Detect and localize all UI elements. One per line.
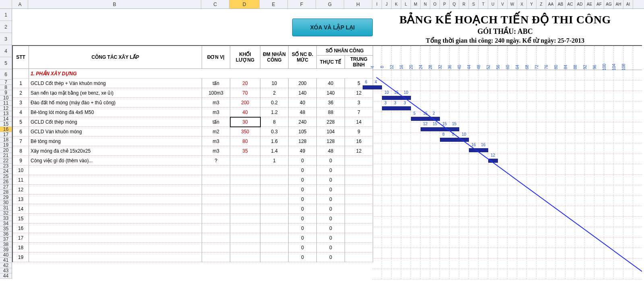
cell[interactable]: 0 — [317, 185, 345, 195]
cell[interactable] — [260, 204, 289, 214]
cell[interactable]: 49 — [289, 146, 317, 156]
cell[interactable]: 70 — [230, 88, 260, 98]
col-header-Y[interactable]: Y — [527, 0, 537, 8]
col-header-Z[interactable]: Z — [537, 0, 546, 8]
cell[interactable] — [230, 166, 260, 175]
col-header-H[interactable]: H — [344, 0, 372, 8]
cell[interactable]: 48 — [289, 108, 317, 117]
cell[interactable] — [202, 175, 230, 185]
cell[interactable] — [345, 175, 373, 185]
cell[interactable]: 5 — [13, 117, 29, 127]
cell[interactable] — [230, 233, 260, 243]
col-header-AE[interactable]: AE — [585, 0, 594, 8]
cell[interactable]: GCLD Ván khuôn móng — [29, 127, 202, 137]
cell[interactable]: 10 — [13, 166, 29, 175]
cell[interactable]: San nền tạo mặt bằng (xe benz, xe ủi) — [29, 88, 202, 98]
gantt-bar[interactable] — [382, 106, 411, 110]
cell[interactable] — [29, 224, 202, 233]
cell[interactable]: 12 — [345, 146, 373, 156]
row-header-6[interactable]: 6 — [0, 69, 12, 80]
col-header-K[interactable]: K — [392, 0, 401, 8]
cell[interactable]: 9 — [345, 127, 373, 137]
cell[interactable]: 1.4 — [260, 146, 289, 156]
cell[interactable]: 2 — [13, 88, 29, 98]
cell[interactable] — [230, 243, 260, 253]
col-header-V[interactable]: V — [498, 0, 508, 8]
schedule-table[interactable]: STTCÔNG TÁC XÂY LẤPĐƠN VỊKHỐI LƯỢNGĐM NH… — [12, 45, 373, 262]
cell[interactable] — [345, 166, 373, 175]
col-header-I[interactable]: I — [372, 0, 382, 8]
cell[interactable]: Bê tông móng — [29, 137, 202, 146]
cell[interactable]: 30 — [230, 117, 260, 127]
cell[interactable] — [202, 214, 230, 224]
cell[interactable]: 40 — [230, 108, 260, 117]
cell[interactable]: 140 — [317, 88, 345, 98]
col-header-Q[interactable]: Q — [450, 0, 459, 8]
cell[interactable]: 7 — [13, 137, 29, 146]
cell[interactable]: 9 — [13, 156, 29, 166]
cell[interactable]: 12 — [345, 88, 373, 98]
reset-button[interactable]: XÓA VÀ LẬP LẠI — [292, 19, 373, 36]
cell[interactable]: 3 — [345, 98, 373, 108]
cell[interactable]: 140 — [289, 88, 317, 98]
cell[interactable] — [29, 166, 202, 175]
cell[interactable]: 4 — [13, 108, 29, 117]
cell[interactable] — [260, 243, 289, 253]
cell[interactable]: 240 — [289, 117, 317, 127]
col-header-AC[interactable]: AC — [566, 0, 575, 8]
cell[interactable]: 0 — [289, 224, 317, 233]
col-header-P[interactable]: P — [440, 0, 450, 8]
cell[interactable]: 80 — [230, 137, 260, 146]
cell[interactable]: GCLD Cốt thép + Ván khuôn móng — [29, 79, 202, 88]
cell[interactable] — [345, 224, 373, 233]
cell[interactable]: GCLD Cốt thép móng — [29, 117, 202, 127]
cell[interactable]: 14 — [345, 117, 373, 127]
cell[interactable]: 0 — [317, 224, 345, 233]
cell[interactable] — [260, 233, 289, 243]
col-header-AH[interactable]: AH — [614, 0, 623, 8]
cell[interactable]: 10 — [260, 79, 289, 88]
cell[interactable]: 0.2 — [260, 98, 289, 108]
col-header-W[interactable]: W — [508, 0, 517, 8]
col-header-A[interactable]: A — [12, 0, 28, 8]
col-header-corner[interactable] — [0, 0, 12, 8]
column-header-row[interactable]: ABCDEFGHIJKLMNOPQRSTUVWXYZAAABACADAEAFAG… — [0, 0, 644, 9]
cell[interactable]: 36 — [317, 98, 345, 108]
cell[interactable]: 7 — [345, 108, 373, 117]
col-header-AA[interactable]: AA — [546, 0, 556, 8]
gantt-bar[interactable] — [411, 117, 440, 121]
cell[interactable]: 15 — [13, 214, 29, 224]
cell[interactable] — [260, 224, 289, 233]
cell[interactable] — [345, 195, 373, 204]
cell[interactable]: 0.3 — [260, 127, 289, 137]
cell[interactable]: 0 — [317, 253, 345, 262]
cell[interactable]: 20 — [230, 79, 260, 88]
cell[interactable] — [345, 156, 373, 166]
col-header-E[interactable]: E — [260, 0, 288, 8]
cell[interactable]: 0 — [289, 166, 317, 175]
col-header-S[interactable]: S — [469, 0, 479, 8]
gantt-chart[interactable]: 4812162024283236404448525660646872768084… — [372, 45, 642, 295]
cell[interactable] — [230, 214, 260, 224]
cell[interactable] — [29, 185, 202, 195]
cell[interactable]: 0 — [317, 166, 345, 175]
cell[interactable]: 17 — [13, 233, 29, 243]
cell[interactable]: 40 — [289, 98, 317, 108]
cell[interactable] — [13, 69, 29, 79]
row-header-44[interactable]: 44 — [0, 273, 12, 279]
cell[interactable] — [260, 253, 289, 262]
cell[interactable] — [260, 175, 289, 185]
cell[interactable]: m2 — [202, 127, 230, 137]
cell[interactable]: 0 — [289, 185, 317, 195]
cell[interactable]: 2 — [260, 88, 289, 98]
cell[interactable] — [29, 175, 202, 185]
cell[interactable]: 40 — [317, 79, 345, 88]
cell[interactable] — [202, 243, 230, 253]
cell[interactable]: 16 — [13, 224, 29, 233]
cell[interactable] — [230, 195, 260, 204]
cell[interactable]: 6 — [13, 127, 29, 137]
cell[interactable]: 200 — [289, 79, 317, 88]
cell[interactable] — [230, 175, 260, 185]
cell[interactable]: 88 — [317, 108, 345, 117]
cell[interactable]: 1.6 — [260, 137, 289, 146]
